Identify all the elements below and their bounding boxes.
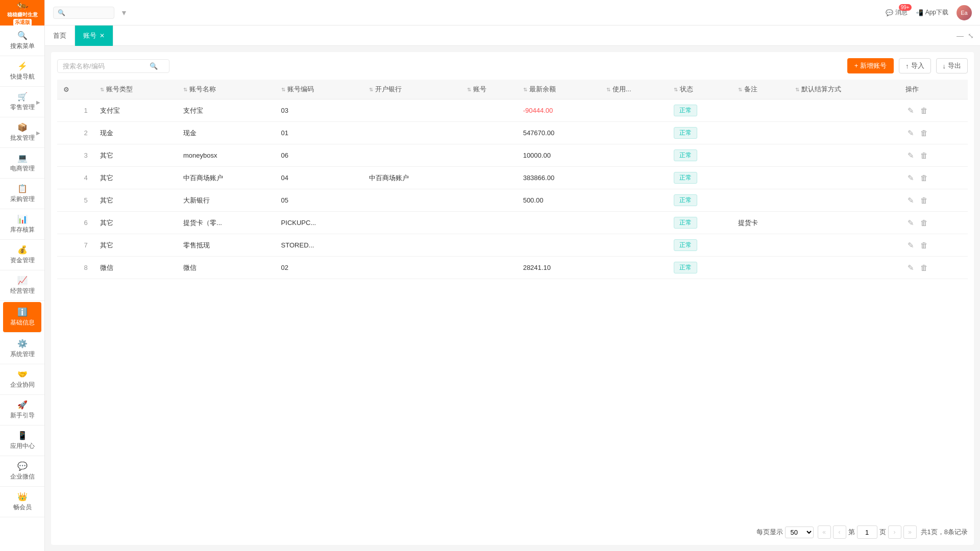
delete-button[interactable]: 🗑 [918, 262, 930, 273]
row-bank: 中百商场账户 [365, 167, 463, 189]
col-type[interactable]: 账号类型 [96, 80, 179, 99]
content-area: 🔍 + 新增账号 ↑ 导入 ↓ 导出 [45, 46, 980, 551]
col-name[interactable]: 账号名称 [179, 80, 277, 99]
tab-account[interactable]: 账号 ✕ [75, 26, 113, 46]
row-name: 微信 [179, 257, 277, 279]
page-suffix: 页 [879, 528, 886, 537]
tab-home[interactable]: 首页 [45, 26, 75, 46]
page-prev-button[interactable]: ‹ [833, 525, 846, 539]
row-bank [365, 212, 463, 234]
page-next-button[interactable]: › [888, 525, 901, 539]
page-first-button[interactable]: « [818, 525, 831, 539]
edit-button[interactable]: ✎ [905, 195, 916, 206]
page-last-button[interactable]: » [903, 525, 917, 539]
table-row: 3 其它 moneybosx 06 10000.00 正常 ✎ 🗑 [57, 144, 968, 167]
sidebar-item-wholesale[interactable]: 📦 批发管理 ▶ [0, 117, 44, 148]
delete-button[interactable]: 🗑 [918, 150, 930, 161]
delete-button[interactable]: 🗑 [918, 172, 930, 183]
app-download-button[interactable]: 📲 App下载 [916, 8, 948, 17]
status-badge: 正常 [674, 172, 697, 184]
user-avatar[interactable]: Ea [957, 5, 972, 20]
search-box[interactable]: 🔍 [57, 59, 169, 73]
main-area: 🔍 ▼ 💬 消息 99+ 📲 App下载 Ea 首页 账号 ✕ [45, 0, 980, 551]
edit-button[interactable]: ✎ [905, 172, 916, 184]
edit-button[interactable]: ✎ [905, 240, 916, 251]
col-remark[interactable]: 备注 [734, 80, 791, 99]
edit-button[interactable]: ✎ [905, 217, 916, 229]
row-type: 现金 [96, 122, 179, 144]
row-balance: 28241.10 [519, 257, 602, 279]
delete-button[interactable]: 🗑 [918, 128, 930, 138]
row-default-payment [791, 257, 901, 279]
search-icon[interactable]: 🔍 [150, 62, 158, 70]
sidebar-item-label: 库存核算 [2, 226, 42, 234]
delete-button[interactable]: 🗑 [918, 195, 930, 206]
delete-button[interactable]: 🗑 [918, 217, 930, 228]
edit-button[interactable]: ✎ [905, 150, 916, 161]
edit-button[interactable]: ✎ [905, 105, 916, 116]
col-default-payment[interactable]: 默认结算方式 [791, 80, 901, 99]
col-status[interactable]: 状态 [670, 80, 734, 99]
export-button[interactable]: ↓ 导出 [936, 58, 968, 73]
sidebar-item-inventory[interactable]: 📊 库存核算 [0, 209, 44, 240]
sidebar-item-wechat[interactable]: 💬 企业微信 [0, 456, 44, 487]
row-account [463, 144, 519, 167]
row-usage [602, 122, 670, 144]
row-account [463, 122, 519, 144]
col-code[interactable]: 账号编码 [277, 80, 365, 99]
row-actions: ✎ 🗑 [901, 122, 968, 144]
sidebar-item-guide[interactable]: 🚀 新手引导 [0, 395, 44, 425]
sidebar-item-purchase[interactable]: 📋 采购管理 [0, 179, 44, 209]
row-code: 04 [277, 167, 365, 189]
delete-button[interactable]: 🗑 [918, 240, 930, 251]
sidebar-item-retail[interactable]: 🛒 零售管理 ▶ [0, 87, 44, 117]
row-name: 支付宝 [179, 99, 277, 122]
col-usage[interactable]: 使用... [602, 80, 670, 99]
settings-icon[interactable]: ⚙ [63, 86, 69, 93]
row-bank [365, 234, 463, 257]
row-account [463, 212, 519, 234]
tab-minimize-icon[interactable]: — [957, 32, 964, 40]
row-account [463, 257, 519, 279]
row-code: 03 [277, 99, 365, 122]
sidebar-item-app-center[interactable]: 📱 应用中心 [0, 425, 44, 456]
sidebar-item-search-menu[interactable]: 🔍 搜索菜单 [0, 26, 44, 56]
topbar-dropdown-icon[interactable]: ▼ [120, 9, 128, 17]
row-remark [734, 234, 791, 257]
row-name: 中百商场账户 [179, 167, 277, 189]
col-balance[interactable]: 最新余额 [519, 80, 602, 99]
col-settings[interactable]: ⚙ [57, 80, 76, 99]
row-code: PICKUPC... [277, 212, 365, 234]
search-input[interactable] [63, 62, 150, 70]
message-button[interactable]: 💬 消息 99+ [886, 8, 908, 17]
wechat-icon: 💬 [2, 461, 42, 471]
col-account[interactable]: 账号 [463, 80, 519, 99]
sidebar-item-enterprise[interactable]: 🤝 企业协同 [0, 364, 44, 395]
sidebar-item-finance[interactable]: 💰 资金管理 [0, 240, 44, 270]
sidebar-item-system[interactable]: ⚙️ 系统管理 [0, 334, 44, 364]
add-account-button[interactable]: + 新增账号 [847, 58, 894, 73]
edit-button[interactable]: ✎ [905, 262, 916, 273]
ecommerce-icon: 💻 [2, 153, 42, 163]
per-page-select[interactable]: 50 100 200 [785, 527, 814, 538]
sidebar-item-ecommerce[interactable]: 💻 电商管理 [0, 148, 44, 179]
enterprise-icon: 🤝 [2, 369, 42, 379]
row-code: 02 [277, 257, 365, 279]
page-number-input[interactable] [857, 525, 877, 539]
sidebar-item-operations[interactable]: 📈 经营管理 [0, 270, 44, 301]
row-num: 1 [76, 99, 96, 122]
sidebar-item-quick-nav[interactable]: ⚡ 快捷导航 [0, 56, 44, 87]
sidebar-item-label: 基础信息 [5, 318, 39, 327]
col-bank[interactable]: 开户银行 [365, 80, 463, 99]
import-button[interactable]: ↑ 导入 [899, 58, 931, 73]
col-num [76, 80, 96, 99]
tab-expand-icon[interactable]: ⤡ [968, 32, 974, 40]
sidebar-item-basic-info[interactable]: ℹ️ 基础信息 [3, 302, 41, 333]
sidebar-item-member[interactable]: 👑 畅会员 [0, 487, 44, 517]
tab-account-label: 账号 [83, 31, 96, 40]
tab-account-close-icon[interactable]: ✕ [100, 32, 105, 39]
purchase-icon: 📋 [2, 184, 42, 193]
edit-button[interactable]: ✎ [905, 128, 916, 139]
row-type: 其它 [96, 234, 179, 257]
delete-button[interactable]: 🗑 [918, 105, 930, 116]
